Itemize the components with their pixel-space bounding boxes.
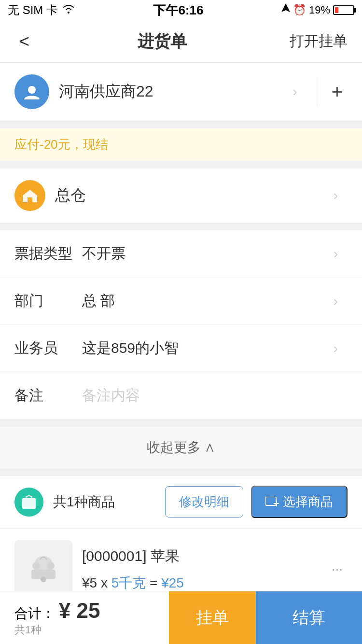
- footer: 合计： ¥ 25 共1种 挂单 结算: [0, 591, 362, 644]
- staff-label: 业务员: [14, 338, 82, 358]
- product-title: 苹果: [151, 548, 180, 564]
- product-price: ¥5 x 5千克 = ¥25: [82, 574, 327, 592]
- svg-rect-2: [28, 197, 32, 202]
- department-value: 总 部: [82, 291, 334, 311]
- supplier-chevron-icon: ›: [292, 84, 297, 99]
- warehouse-chevron-icon: ›: [334, 188, 338, 203]
- product-info: [0000001] 苹果 ¥5 x 5千克 = ¥25: [82, 546, 327, 592]
- wifi-icon: [62, 3, 75, 17]
- footer-total: 合计： ¥ 25 共1种: [0, 599, 169, 637]
- add-button[interactable]: +: [327, 81, 348, 103]
- form-section: 票据类型 不开票 › 部门 总 部 › 业务员 这是859的小智 › 备注 备注…: [0, 230, 362, 419]
- battery-fill: [335, 7, 338, 13]
- product-header-icon: [14, 488, 43, 517]
- footer-total-row: 合计： ¥ 25: [14, 599, 154, 623]
- svg-point-1: [28, 86, 36, 94]
- svg-rect-4: [265, 497, 276, 505]
- staff-value: 这是859的小智: [82, 338, 334, 358]
- main-content: 河南供应商22 › + 应付-20元，现结 总仓 › 票据类型 不开票 ›: [0, 63, 362, 644]
- select-product-label: 选择商品: [283, 493, 333, 510]
- remark-label: 备注: [14, 386, 82, 406]
- divider: [317, 77, 317, 106]
- battery-icon: [333, 5, 354, 15]
- staff-chevron-icon: ›: [334, 341, 338, 356]
- invoice-type-row[interactable]: 票据类型 不开票 ›: [0, 230, 362, 278]
- pending-button[interactable]: 挂单: [169, 591, 256, 644]
- total-count: 共1种: [14, 623, 154, 637]
- department-chevron-icon: ›: [334, 294, 338, 309]
- product-quantity: 5千克: [111, 575, 146, 590]
- alarm-icon: ⏰: [293, 4, 306, 16]
- collapse-bar[interactable]: 收起更多 ∧: [0, 427, 362, 468]
- price-separator: x: [101, 575, 111, 590]
- status-right: ⏰ 19%: [281, 3, 354, 17]
- warehouse-name: 总仓: [55, 185, 334, 206]
- price-equals: =: [150, 575, 161, 590]
- product-count-label: 共1种商品: [53, 493, 165, 511]
- warehouse-section: 总仓 ›: [0, 168, 362, 223]
- remark-row[interactable]: 备注 备注内容: [0, 372, 362, 419]
- nav-bar: < 进货单 打开挂单: [0, 20, 362, 63]
- price-value: ¥5: [82, 575, 97, 590]
- invoice-type-value: 不开票: [82, 244, 334, 264]
- department-label: 部门: [14, 291, 82, 311]
- svg-point-0: [68, 12, 70, 14]
- svg-rect-3: [22, 498, 36, 509]
- status-bar: 无 SIM 卡 下午6:16 ⏰ 19%: [0, 0, 362, 20]
- supplier-row[interactable]: 河南供应商22 › +: [0, 63, 362, 121]
- battery-percent: 19%: [309, 4, 330, 16]
- notice-bar: 应付-20元，现结: [0, 128, 362, 161]
- edit-detail-button[interactable]: 修改明细: [165, 486, 243, 518]
- svg-point-7: [47, 562, 55, 570]
- page-title: 进货单: [138, 30, 187, 53]
- invoice-chevron-icon: ›: [334, 246, 338, 262]
- open-pending-button[interactable]: 打开挂单: [290, 31, 348, 51]
- staff-row[interactable]: 业务员 这是859的小智 ›: [0, 325, 362, 372]
- department-row[interactable]: 部门 总 部 ›: [0, 278, 362, 325]
- location-icon: [281, 3, 290, 17]
- status-time: 下午6:16: [153, 2, 203, 19]
- svg-point-9: [41, 576, 46, 582]
- svg-point-6: [32, 562, 40, 570]
- product-code: [0000001]: [82, 548, 146, 564]
- product-thumbnail: [14, 540, 72, 598]
- product-more-button[interactable]: ···: [327, 557, 348, 582]
- select-product-button[interactable]: 选择商品: [251, 486, 348, 518]
- warehouse-row[interactable]: 总仓 ›: [0, 168, 362, 223]
- back-button[interactable]: <: [14, 27, 34, 56]
- product-header: 共1种商品 修改明细 选择商品: [0, 476, 362, 528]
- supplier-avatar: [14, 74, 49, 109]
- total-label: 合计：: [14, 606, 55, 621]
- product-name: [0000001] 苹果: [82, 546, 327, 566]
- supplier-section: 河南供应商22 › +: [0, 63, 362, 121]
- product-total: ¥25: [161, 575, 184, 590]
- status-left: 无 SIM 卡: [8, 2, 75, 18]
- checkout-button[interactable]: 结算: [256, 591, 362, 644]
- supplier-name: 河南供应商22: [59, 81, 292, 102]
- total-amount: ¥ 25: [59, 599, 100, 622]
- invoice-type-label: 票据类型: [14, 244, 82, 264]
- carrier-text: 无 SIM 卡: [8, 2, 58, 18]
- warehouse-icon: [14, 180, 45, 211]
- remark-placeholder: 备注内容: [82, 386, 348, 406]
